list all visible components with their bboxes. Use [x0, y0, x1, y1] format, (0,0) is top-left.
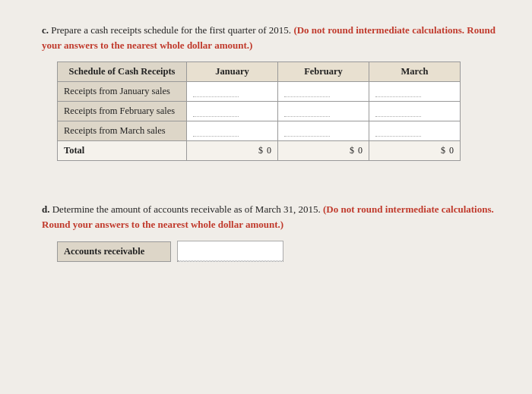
input-feb-feb[interactable] — [284, 106, 330, 117]
input-jan-mar[interactable] — [375, 86, 421, 97]
dollar-mar: $ — [441, 145, 447, 156]
section-d-text: d. Determine the amount of accounts rece… — [42, 202, 498, 232]
accounts-receivable-row: Accounts receivable — [57, 241, 498, 262]
cell-jan-mar[interactable] — [369, 82, 461, 102]
dollar-feb: $ — [350, 145, 356, 156]
cash-receipts-table: Schedule of Cash Receipts January Februa… — [57, 61, 461, 161]
total-mar-value: 0 — [449, 145, 454, 156]
table-header-label: Schedule of Cash Receipts — [58, 62, 187, 82]
input-mar-jan[interactable] — [193, 125, 239, 137]
row-label-january-sales: Receipts from January sales — [58, 82, 187, 102]
table-header-march: March — [369, 62, 461, 82]
accounts-receivable-label: Accounts receivable — [57, 241, 171, 262]
table-row-february-sales: Receipts from February sales — [58, 102, 461, 121]
row-label-total: Total — [58, 141, 187, 161]
table-row-march-sales: Receipts from March sales — [58, 121, 461, 141]
input-feb-jan[interactable] — [193, 106, 239, 117]
input-mar-mar[interactable] — [375, 125, 421, 137]
total-cell-mar: $ 0 — [369, 141, 461, 161]
total-cell-jan: $ 0 — [187, 141, 278, 161]
table-row-total: Total $ 0 $ 0 $ 0 — [58, 141, 461, 161]
input-jan-feb[interactable] — [284, 86, 330, 97]
cell-jan-feb[interactable] — [278, 82, 369, 102]
section-c-normal-text: Prepare a cash receipts schedule for the… — [51, 24, 293, 36]
total-jan-value: 0 — [267, 145, 271, 156]
table-header-february: February — [278, 62, 369, 82]
cell-feb-mar[interactable] — [369, 102, 461, 121]
section-c-label: c. — [42, 24, 49, 36]
accounts-receivable-input-container[interactable] — [177, 241, 283, 262]
row-label-february-sales: Receipts from February sales — [58, 102, 187, 121]
section-d-label: d. — [42, 203, 49, 215]
input-mar-feb[interactable] — [284, 125, 330, 137]
section-d-normal-text: Determine the amount of accounts receiva… — [52, 203, 323, 215]
table-row-january-sales: Receipts from January sales — [58, 82, 461, 102]
table-header-january: January — [187, 62, 278, 82]
cell-feb-feb[interactable] — [278, 102, 369, 121]
section-d: d. Determine the amount of accounts rece… — [42, 202, 498, 262]
section-c: c. Prepare a cash receipts schedule for … — [42, 23, 498, 161]
cell-feb-jan[interactable] — [187, 102, 278, 121]
dollar-jan: $ — [258, 145, 264, 156]
accounts-receivable-input[interactable] — [178, 241, 283, 261]
cell-mar-mar[interactable] — [369, 121, 461, 141]
row-label-march-sales: Receipts from March sales — [58, 121, 187, 141]
cell-mar-feb[interactable] — [278, 121, 369, 141]
total-cell-feb: $ 0 — [278, 141, 369, 161]
cell-jan-jan[interactable] — [187, 82, 278, 102]
input-feb-mar[interactable] — [375, 106, 421, 117]
total-feb-value: 0 — [358, 145, 363, 156]
section-c-text: c. Prepare a cash receipts schedule for … — [42, 23, 498, 52]
cash-receipts-table-wrapper: Schedule of Cash Receipts January Februa… — [57, 61, 498, 161]
input-jan-jan[interactable] — [193, 86, 239, 97]
cell-mar-jan[interactable] — [187, 121, 278, 141]
